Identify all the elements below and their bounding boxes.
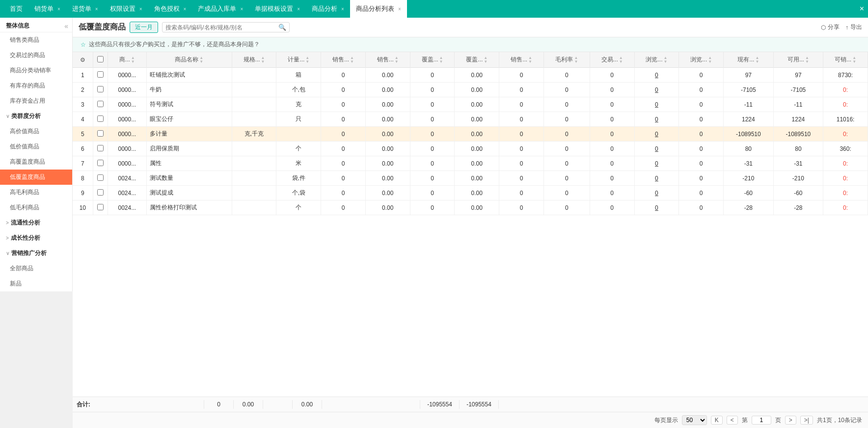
row-browse1[interactable]: 0 — [634, 83, 679, 97]
close-product-warehouse-icon[interactable]: × — [240, 6, 243, 12]
row-browse1[interactable]: 0 — [634, 171, 679, 186]
browse-link[interactable]: 0 — [655, 131, 658, 138]
row-checkbox-cell[interactable] — [93, 83, 108, 97]
prev-page-button[interactable]: < — [727, 416, 738, 425]
browse-link[interactable]: 0 — [655, 190, 658, 197]
current-col-header[interactable]: 现有...▲▼ — [724, 52, 774, 68]
last-page-button[interactable]: >| — [800, 416, 813, 425]
gross-margin-col-header[interactable]: 毛利率▲▼ — [543, 52, 590, 68]
row-checkbox[interactable] — [97, 174, 104, 181]
close-permissions-icon[interactable]: × — [139, 6, 142, 12]
nav-product-analysis-list[interactable]: 商品分析列表 × — [350, 0, 407, 18]
browse-link[interactable]: 0 — [655, 116, 658, 123]
sidebar-collapse-icon[interactable]: « — [64, 22, 68, 30]
browse2-col-header[interactable]: 浏览...▲▼ — [679, 52, 724, 68]
row-browse1[interactable]: 0 — [634, 142, 679, 156]
export-button[interactable]: ↑ 导出 — [845, 23, 862, 31]
page-number-input[interactable] — [752, 416, 771, 425]
row-browse1[interactable]: 0 — [634, 68, 679, 83]
nav-role-auth[interactable]: 角色授权 × — [148, 0, 192, 18]
row-checkbox-cell[interactable] — [93, 200, 108, 215]
close-window-icon[interactable]: × — [860, 4, 864, 13]
row-checkbox-cell[interactable] — [93, 97, 108, 112]
close-template-settings-icon[interactable]: × — [297, 6, 300, 12]
nav-product-warehouse[interactable]: 产成品入库单 × — [192, 0, 249, 18]
available-col-header[interactable]: 可用...▲▼ — [773, 52, 823, 68]
row-checkbox-cell[interactable] — [93, 68, 108, 83]
close-role-auth-icon[interactable]: × — [184, 6, 187, 12]
row-checkbox[interactable] — [97, 86, 104, 92]
row-checkbox[interactable] — [97, 189, 104, 196]
sidebar-group-flow[interactable]: > 流通性分析 — [0, 215, 72, 230]
cover2-col-header[interactable]: 覆盖...▲▼ — [455, 52, 499, 68]
row-browse1[interactable]: 0 — [634, 200, 679, 215]
row-checkbox-cell[interactable] — [93, 186, 108, 200]
name-col-header[interactable]: 商品名称▲▼ — [146, 52, 232, 68]
row-checkbox[interactable] — [97, 204, 104, 210]
row-checkbox-cell[interactable] — [93, 171, 108, 186]
code-col-header[interactable]: 商...▲▼ — [108, 52, 146, 68]
browse1-col-header[interactable]: 浏览...▲▼ — [634, 52, 679, 68]
nav-template-settings[interactable]: 单据模板设置 × — [249, 0, 306, 18]
sidebar-item-low-margin[interactable]: 低毛利商品 — [0, 200, 72, 215]
sales-qty-col-header[interactable]: 销售...▲▼ — [321, 52, 366, 68]
browse-link[interactable]: 0 — [655, 86, 658, 93]
select-all-checkbox[interactable] — [97, 56, 104, 62]
close-product-analysis-list-icon[interactable]: × — [398, 6, 401, 12]
unit-col-header[interactable]: 计量...▲▼ — [276, 52, 321, 68]
sidebar-item-low-value[interactable]: 低价值商品 — [0, 139, 72, 154]
per-page-select[interactable]: 50 100 200 — [682, 415, 707, 425]
row-checkbox-cell[interactable] — [93, 112, 108, 127]
row-browse1[interactable]: 0 — [634, 156, 679, 171]
row-checkbox-cell[interactable] — [93, 127, 108, 142]
row-checkbox[interactable] — [97, 115, 104, 122]
row-checkbox-cell[interactable] — [93, 142, 108, 156]
sidebar-item-in-stock[interactable]: 有库存的商品 — [0, 78, 72, 93]
nav-purchase-order[interactable]: 进货单 × — [66, 0, 104, 18]
sidebar-item-all-goods[interactable]: 全部商品 — [0, 261, 72, 276]
sales-amt-col-header[interactable]: 销售...▲▼ — [365, 52, 410, 68]
checkbox-col-header[interactable] — [93, 52, 108, 68]
row-browse1[interactable]: 0 — [634, 112, 679, 127]
nav-permissions[interactable]: 权限设置 × — [104, 0, 148, 18]
row-checkbox[interactable] — [97, 101, 104, 107]
sidebar-item-high-coverage[interactable]: 高覆盖度商品 — [0, 154, 72, 170]
trade-col-header[interactable]: 交易...▲▼ — [590, 52, 634, 68]
sidebar-item-category-rate[interactable]: 商品分类动销率 — [0, 63, 72, 78]
sidebar-item-low-coverage[interactable]: 低覆盖度商品 — [0, 170, 72, 185]
spec-col-header[interactable]: 规格...▲▼ — [232, 52, 276, 68]
sidebar-item-high-margin[interactable]: 高毛利商品 — [0, 185, 72, 200]
browse-link[interactable]: 0 — [655, 204, 658, 211]
row-browse1[interactable]: 0 — [634, 97, 679, 112]
row-browse1[interactable]: 0 — [634, 127, 679, 142]
row-checkbox[interactable] — [97, 160, 104, 166]
row-checkbox-cell[interactable] — [93, 156, 108, 171]
search-input[interactable] — [165, 24, 278, 31]
settings-col-header[interactable]: ⚙ — [73, 52, 93, 68]
row-browse1[interactable]: 0 — [634, 186, 679, 200]
filter-recent-month-button[interactable]: 近一月 — [130, 22, 158, 33]
sidebar-item-traded-goods[interactable]: 交易过的商品 — [0, 48, 72, 63]
browse-link[interactable]: 0 — [655, 160, 658, 167]
sidebar-item-high-value[interactable]: 高价值商品 — [0, 124, 72, 139]
browse-link[interactable]: 0 — [655, 72, 658, 79]
row-checkbox[interactable] — [97, 145, 104, 151]
sidebar-group-cluster[interactable]: ∨ 类群度分析 — [0, 109, 72, 124]
row-checkbox[interactable] — [97, 71, 104, 78]
sales-rate-col-header[interactable]: 销售...▲▼ — [499, 52, 544, 68]
close-sales-order-icon[interactable]: × — [57, 6, 60, 12]
row-checkbox[interactable] — [97, 130, 104, 137]
close-product-analysis-icon[interactable]: × — [341, 6, 344, 12]
cover1-col-header[interactable]: 覆盖...▲▼ — [410, 52, 455, 68]
sidebar-group-growth[interactable]: > 成长性分析 — [0, 230, 72, 246]
nav-home[interactable]: 首页 — [4, 0, 28, 18]
share-button[interactable]: ⬡ 分享 — [821, 23, 840, 31]
nav-product-analysis[interactable]: 商品分析 × — [306, 0, 350, 18]
sellable-col-header[interactable]: 可销...▲▼ — [823, 52, 868, 68]
search-icon[interactable]: 🔍 — [278, 24, 286, 31]
next-page-button[interactable]: > — [785, 416, 796, 425]
browse-link[interactable]: 0 — [655, 175, 658, 182]
sidebar-item-new-goods[interactable]: 新品 — [0, 276, 72, 291]
first-page-button[interactable]: K — [711, 416, 723, 425]
browse-link[interactable]: 0 — [655, 145, 658, 152]
